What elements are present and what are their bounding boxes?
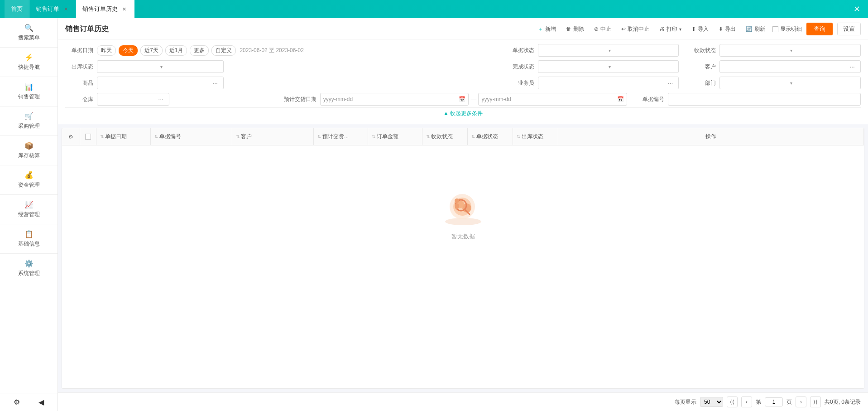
th-no[interactable]: ⇅ 单据编号 [151,128,232,145]
export-icon: ⬇ [719,26,723,32]
warehouse-input-field[interactable] [101,96,156,102]
sidebar-item-inventory-label: 库存核算 [18,152,40,160]
stop-button[interactable]: ⊘ 中止 [591,24,614,34]
window-close-button[interactable]: ✕ [850,2,863,16]
page-first-button[interactable]: ⟨⟨ [727,396,738,407]
filter-completion-col: 完成状态 ▾ [506,60,679,73]
page-title: 销售订单历史 [65,24,109,34]
date-label: 单据日期 [65,47,97,54]
filter-bill-status-col: 单据状态 ▾ [506,44,679,57]
sidebar-item-inventory[interactable]: 📦 库存核算 [0,136,58,165]
bill-no-input[interactable] [668,93,861,106]
settings-button[interactable]: 设置 [837,23,861,35]
salesperson-ellipsis-icon[interactable]: ··· [666,79,675,87]
delivery-date-end[interactable]: yyyy-mm-dd 📅 [478,93,627,106]
tab-sales-order-history[interactable]: 销售订单历史 ✕ [76,0,134,18]
sidebar-item-sales-mgmt[interactable]: 📊 销售管理 [0,77,58,106]
customer-input[interactable]: ··· [719,60,861,73]
refresh-button[interactable]: 🔄 刷新 [743,24,768,34]
cancel-stop-button[interactable]: ↩ 取消中止 [619,24,652,34]
stop-label: 中止 [600,25,611,33]
delivery-date-input-wrap: yyyy-mm-dd 📅 — yyyy-mm-dd 📅 [320,93,627,106]
tab-home[interactable]: 首页 [5,0,29,18]
th-payment-sort-icon: ⇅ [426,134,430,139]
stock-out-select[interactable]: ▾ [97,60,224,73]
tab-sales-order-history-close[interactable]: ✕ [120,5,128,13]
page-next-button[interactable]: › [796,396,806,407]
show-detail-checkbox[interactable] [772,26,778,32]
sidebar-item-finance-label: 资金管理 [18,181,40,189]
bill-status-select[interactable]: ▾ [538,44,679,57]
inventory-icon: 📦 [24,141,34,150]
date-btn-last7[interactable]: 近7天 [140,45,163,56]
delete-button[interactable]: 🗑 删除 [563,24,587,34]
filter-area: 单据日期 昨天 今天 近7天 近1月 更多 自定义 2023-06-02 至 2… [58,39,868,124]
warehouse-ellipsis-icon[interactable]: ··· [156,96,165,103]
page-input[interactable] [765,397,783,406]
date-btn-custom[interactable]: 自定义 [211,45,236,56]
th-settings[interactable]: ⚙ [62,128,80,145]
import-button[interactable]: ⬆ 导入 [689,24,711,34]
tab-sales-order-close[interactable]: ✕ [62,5,69,13]
goods-input-field[interactable] [101,80,211,86]
sidebar-item-operations[interactable]: 📈 经营管理 [0,195,58,224]
th-action-label: 操作 [705,133,716,140]
sidebar-settings-icon[interactable]: ⚙ [14,398,20,406]
th-customer[interactable]: ⇅ 客户 [232,128,314,145]
tab-sales-order[interactable]: 销售订单 ✕ [29,0,76,18]
customer-ellipsis-icon[interactable]: ··· [848,63,857,70]
export-button[interactable]: ⬇ 导出 [716,24,739,34]
sidebar-item-search-menu[interactable]: 🔍 搜索菜单 [0,18,58,48]
receipt-status-select[interactable]: ▾ [719,44,861,57]
goods-input[interactable]: ··· [97,77,224,89]
th-no-sort-icon: ⇅ [154,134,158,139]
th-status-sort-icon: ⇅ [471,134,475,139]
page-jump-label: 第 [756,398,761,406]
th-payment[interactable]: ⇅ 收款状态 [422,128,468,145]
salesperson-input[interactable]: ··· [538,77,679,89]
customer-input-field[interactable] [724,63,848,70]
sidebar-collapse-icon[interactable]: ◀ [38,398,44,406]
th-amount[interactable]: ⇅ 订单金额 [368,128,422,145]
add-button[interactable]: ＋ 新增 [535,24,559,34]
goods-label: 商品 [65,79,97,87]
sidebar-item-base-info[interactable]: 📋 基础信息 [0,224,58,254]
date-btn-last1m[interactable]: 近1月 [165,45,187,56]
print-button[interactable]: 🖨 打印 ▾ [657,24,684,34]
warehouse-input[interactable]: ··· [97,93,169,106]
th-status[interactable]: ⇅ 单据状态 [468,128,513,145]
receipt-status-arrow-icon: ▾ [790,48,857,53]
salesperson-input-field[interactable] [542,80,666,86]
page-prev-button[interactable]: ‹ [741,396,752,407]
sidebar-item-finance[interactable]: 💰 资金管理 [0,165,58,195]
date-picker-group: 昨天 今天 近7天 近1月 更多 自定义 2023-06-02 至 2023-0… [97,45,497,56]
per-page-select[interactable]: 50 10 20 100 [700,397,723,407]
date-btn-yesterday[interactable]: 昨天 [97,45,116,56]
th-action: 操作 [558,128,864,145]
finance-icon: 💰 [24,171,34,179]
bill-no-input-field[interactable] [672,96,857,102]
refresh-label: 刷新 [754,25,765,33]
settings-icon: ⚙ [68,134,73,140]
th-stock[interactable]: ⇅ 出库状态 [513,128,558,145]
completion-select[interactable]: ▾ [538,60,679,73]
sidebar-item-quick-nav[interactable]: ⚡ 快捷导航 [0,48,58,77]
filter-goods-col: 商品 ··· [65,77,497,89]
empty-text: 暂无数据 [451,232,475,241]
goods-ellipsis-icon[interactable]: ··· [211,79,220,87]
header-checkbox[interactable] [85,134,91,140]
sidebar-item-sys-mgmt[interactable]: ⚙️ 系统管理 [0,254,58,283]
dept-select[interactable]: ▾ [719,77,861,89]
content-area: 销售订单历史 ＋ 新增 🗑 删除 ⊘ 中止 ↩ 取消中止 [58,18,868,411]
date-btn-more[interactable]: 更多 [190,45,209,56]
page-last-button[interactable]: ⟩⟩ [810,396,821,407]
th-check[interactable] [80,128,96,145]
date-btn-today[interactable]: 今天 [119,45,138,56]
delivery-date-start[interactable]: yyyy-mm-dd 📅 [320,93,469,106]
query-button[interactable]: 查询 [806,23,833,35]
th-date[interactable]: ⇅ 单据日期 [96,128,151,145]
th-delivery[interactable]: ⇅ 预计交货... [314,128,368,145]
collapse-bar[interactable]: ▲ 收起更多条件 [65,107,861,119]
sidebar-item-purchase-mgmt[interactable]: 🛒 采购管理 [0,106,58,136]
page-header: 销售订单历史 ＋ 新增 🗑 删除 ⊘ 中止 ↩ 取消中止 [58,18,868,39]
